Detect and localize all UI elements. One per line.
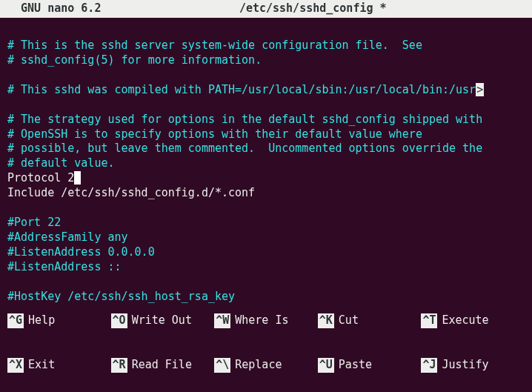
shortcut-row-1: ^GHelp^OWrite Out^WWhere Is^KCut^TExecut…	[7, 313, 525, 328]
shortcut-label: Cut	[339, 313, 359, 328]
shortcut-key: ^U	[318, 358, 334, 373]
editor-line: # This is the sshd server system-wide co…	[7, 39, 525, 53]
editor-line	[7, 98, 525, 113]
editor-line: # possible, but leave them commented. Un…	[7, 142, 525, 156]
shortcut-label: Where Is	[235, 313, 288, 328]
shortcut-item[interactable]: ^\Replace	[214, 358, 318, 373]
editor-line: #ListenAddress ::	[7, 260, 525, 275]
shortcut-label: Paste	[339, 358, 372, 373]
editor-line: #Port 22	[7, 216, 525, 230]
shortcut-key: ^W	[214, 313, 230, 328]
shortcut-item[interactable]: ^UPaste	[318, 358, 422, 373]
shortcut-label: Justify	[442, 358, 488, 373]
shortcut-key: ^G	[7, 313, 24, 328]
shortcut-label: Read File	[132, 358, 192, 373]
shortcut-key: ^K	[318, 313, 334, 328]
shortcut-item[interactable]: ^TExecute	[421, 313, 525, 328]
shortcut-item[interactable]: ^GHelp	[7, 313, 111, 328]
editor-line	[7, 201, 525, 216]
shortcut-key: ^\	[214, 358, 230, 373]
shortcut-item[interactable]: ^WWhere Is	[214, 313, 318, 328]
shortcut-label: Help	[28, 313, 55, 328]
shortcut-label: Write Out	[132, 313, 192, 328]
shortcut-bar: ^GHelp^OWrite Out^WWhere Is^KCut^TExecut…	[0, 284, 532, 388]
shortcut-key: ^J	[421, 358, 437, 373]
shortcut-item[interactable]: ^JJustify	[421, 358, 525, 373]
editor-line: # This sshd was compiled with PATH=/usr/…	[7, 83, 525, 98]
editor-line: Include /etc/ssh/sshd_config.d/*.conf	[7, 186, 525, 201]
shortcut-key: ^T	[421, 313, 437, 328]
app-name: GNU nano 6.2	[7, 1, 101, 16]
shortcut-key: ^X	[7, 358, 24, 373]
shortcut-item[interactable]: ^RRead File	[111, 358, 215, 373]
editor-line: #ListenAddress 0.0.0.0	[7, 245, 525, 260]
shortcut-label: Replace	[235, 358, 282, 373]
text-cursor	[74, 171, 81, 185]
editor-line: # OpenSSH is to specify options with the…	[7, 127, 525, 142]
shortcut-item[interactable]: ^KCut	[318, 313, 422, 328]
editor-line	[7, 68, 525, 83]
shortcut-item[interactable]: ^OWrite Out	[111, 313, 215, 328]
editor-line: # default value.	[7, 156, 525, 171]
editor-content[interactable]: # This is the sshd server system-wide co…	[0, 18, 532, 310]
editor-line: # sshd_config(5) for more information.	[7, 53, 525, 68]
editor-line	[7, 24, 525, 39]
file-path: /etc/ssh/sshd_config *	[239, 1, 387, 16]
shortcut-item[interactable]: ^XExit	[7, 358, 111, 373]
shortcut-key: ^R	[111, 358, 127, 373]
shortcut-key: ^O	[111, 313, 127, 328]
line-overflow-marker: >	[476, 83, 484, 96]
titlebar: GNU nano 6.2 /etc/ssh/sshd_config *	[0, 0, 532, 18]
editor-line: #AddressFamily any	[7, 230, 525, 245]
shortcut-row-2: ^XExit^RRead File^\Replace^UPaste^JJusti…	[7, 358, 525, 373]
editor-line: # The strategy used for options in the d…	[7, 113, 525, 127]
shortcut-label: Exit	[28, 358, 55, 373]
shortcut-label: Execute	[442, 313, 488, 328]
editor-line: Protocol 2	[7, 171, 525, 186]
